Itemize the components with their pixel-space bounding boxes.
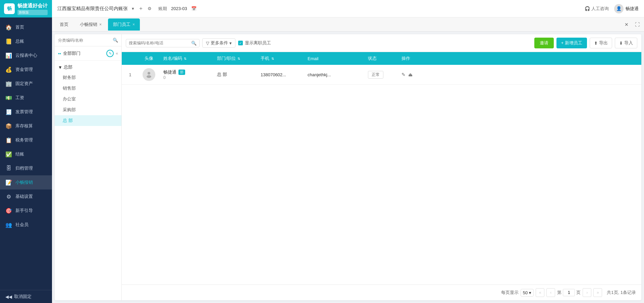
sidebar-item-archive[interactable]: 🗄 归档管理 — [0, 161, 52, 175]
ledger-icon: 📒 — [5, 38, 12, 45]
avatar: 👤 — [614, 4, 624, 13]
search-icon[interactable]: 🔍 — [191, 41, 197, 46]
page-prev-button[interactable]: ‹ — [546, 288, 555, 297]
export-button[interactable]: ⬆ 导出 — [590, 38, 612, 48]
col-header-actions: 操作 — [397, 52, 641, 65]
settings-icon: ⚙ — [5, 193, 12, 200]
tab-employees[interactable]: 部门员工 × — [108, 18, 140, 31]
show-resigned-toggle[interactable]: ✓ 显示离职员工 — [238, 40, 271, 46]
page-size-label: 每页显示 — [501, 290, 519, 296]
employee-dept-badge: 部 — [178, 70, 185, 75]
dept-edit-button[interactable]: ✎ — [106, 50, 114, 57]
sidebar-item-inventory[interactable]: 📦 库存核算 — [0, 119, 52, 133]
sidebar-item-ledger[interactable]: 📒 总账 — [0, 34, 52, 48]
dept-item-general[interactable]: 总 部 — [55, 115, 121, 126]
cell-dept: 总 部 — [213, 65, 257, 85]
period-value: 2023-03 — [171, 6, 187, 11]
logout-employee-button[interactable]: ⏏ — [408, 72, 413, 77]
sidebar-item-settings[interactable]: ⚙ 基础设置 — [0, 189, 52, 204]
company-dropdown-icon[interactable]: ▾ — [132, 6, 134, 11]
tab-home[interactable]: 首页 — [55, 18, 73, 31]
tab-expense[interactable]: 小畅报销 × — [75, 18, 107, 31]
dept-all-header: ▪▪ 全部部门 ✎ « — [55, 46, 121, 61]
sidebar-item-checkout[interactable]: ✅ 结账 — [0, 147, 52, 161]
page-size-select[interactable]: 50 ▾ — [521, 289, 534, 297]
page-next-button[interactable]: › — [583, 288, 591, 297]
cell-num: 1 — [122, 65, 139, 85]
reports-icon: 📊 — [5, 52, 12, 59]
dept-collapse-icon[interactable]: « — [116, 51, 118, 56]
dept-group-general[interactable]: ▼ 总部 — [55, 62, 121, 72]
dept-tree: ▼ 总部 财务部 销售部 办公室 采购部 总 部 — [55, 61, 121, 300]
filter-icon: ▽ — [206, 41, 209, 46]
employee-search-box: 🔍 — [126, 39, 200, 47]
app-logo-text: 畅捷通好会计 — [17, 3, 48, 9]
sidebar-item-guide[interactable]: 🎯 新手引导 — [0, 204, 52, 218]
sidebar-item-community[interactable]: 👥 社会员 — [0, 218, 52, 232]
cell-name: 畅捷通 部 0 — [159, 65, 213, 85]
sidebar-item-reports[interactable]: 📊 云报表中心 — [0, 48, 52, 62]
dept-search-box: 🔍 — [55, 34, 121, 46]
tab-employees-close[interactable]: × — [132, 22, 135, 27]
add-employee-button[interactable]: + 新增员工 — [556, 38, 587, 48]
col-header-avatar: 头像 — [139, 52, 159, 65]
dept-search-icon[interactable]: 🔍 — [113, 38, 118, 43]
add-company-icon[interactable]: ＋ — [138, 5, 144, 12]
col-header-status: 状态 — [364, 52, 397, 65]
dept-item-finance[interactable]: 财务部 — [55, 72, 121, 83]
sidebar-item-expense[interactable]: 📝 小畅报销 — [0, 175, 52, 189]
edit-employee-button[interactable]: ✎ — [401, 72, 406, 77]
col-header-name[interactable]: 姓名/编码 ⇅ — [159, 52, 213, 65]
page-label-pre: 第 — [557, 290, 561, 296]
employee-search-input[interactable] — [129, 41, 189, 45]
cell-avatar — [139, 65, 159, 85]
cell-actions: ✎ ⏏ — [397, 65, 641, 85]
toolbar-right-buttons: 邀请 + 新增员工 ⬆ 导出 ⬇ 导入 — [534, 38, 637, 48]
page-content: 🔍 ▪▪ 全部部门 ✎ « ▼ 总部 财务部 销售部 办公室 采购部 总 部 — [55, 34, 641, 300]
support-button[interactable]: 🎧 人工咨询 — [585, 6, 609, 12]
tab-expand-button[interactable]: ⛶ — [633, 20, 641, 29]
import-button[interactable]: ⬇ 导入 — [615, 38, 637, 48]
dept-item-office[interactable]: 办公室 — [55, 94, 121, 104]
dept-search-input[interactable] — [58, 38, 111, 43]
invite-button[interactable]: 邀请 — [534, 38, 554, 48]
page-first-button[interactable]: « — [536, 288, 544, 297]
export-icon: ⬆ — [594, 41, 598, 46]
employee-table: 头像 姓名/编码 ⇅ 部门/职位 ⇅ 手机 ⇅ — [122, 52, 641, 285]
dept-item-purchase[interactable]: 采购部 — [55, 104, 121, 115]
sidebar-item-assets[interactable]: 🏢 固定资产 — [0, 77, 52, 91]
col-header-phone[interactable]: 手机 ⇅ — [257, 52, 304, 65]
dept-sort-icon: ⇅ — [237, 57, 240, 60]
page-number-input[interactable] — [563, 289, 575, 296]
topbar-settings-icon[interactable]: ⚙ — [148, 6, 152, 11]
tab-close-all-button[interactable]: ✕ — [623, 20, 631, 29]
svg-point-0 — [148, 72, 150, 75]
user-menu[interactable]: 👤 畅捷通 — [614, 4, 639, 13]
employee-code: 0 — [163, 75, 209, 80]
left-panel: 🔍 ▪▪ 全部部门 ✎ « ▼ 总部 财务部 销售部 办公室 采购部 总 部 — [55, 34, 122, 300]
sidebar-unpin-button[interactable]: ◀◀ 取消固定 — [0, 290, 52, 303]
tax-icon: 📋 — [5, 137, 12, 143]
col-header-dept[interactable]: 部门/职位 ⇅ — [213, 52, 257, 65]
sidebar-item-invoice[interactable]: 🧾 发票管理 — [0, 105, 52, 119]
assets-icon: 🏢 — [5, 80, 12, 87]
community-icon: 👥 — [5, 221, 12, 228]
sidebar-nav: 🏠 首页 📒 总账 📊 云报表中心 💰 资金管理 🏢 固定资产 💵 工资 🧾 发… — [0, 17, 52, 290]
more-filter-button[interactable]: ▽ 更多条件 ▾ — [202, 38, 235, 48]
dept-item-sales[interactable]: 销售部 — [55, 83, 121, 94]
page-label-post: 页 — [576, 290, 581, 296]
sidebar-item-funds[interactable]: 💰 资金管理 — [0, 62, 52, 77]
calendar-icon[interactable]: 📅 — [191, 6, 197, 11]
sidebar-item-home[interactable]: 🏠 首页 — [0, 20, 52, 34]
sidebar-item-salary[interactable]: 💵 工资 — [0, 91, 52, 105]
import-icon: ⬇ — [619, 41, 623, 46]
show-resigned-checkbox[interactable]: ✓ — [238, 41, 243, 45]
tab-expense-close[interactable]: × — [99, 22, 102, 27]
name-sort-icon: ⇅ — [184, 57, 186, 60]
right-toolbar: 🔍 ▽ 更多条件 ▾ ✓ 显示离职员工 邀请 + 新增员工 ⬆ 导出 — [122, 34, 641, 52]
dept-group-arrow: ▼ — [58, 65, 62, 70]
page-last-button[interactable]: » — [593, 288, 602, 297]
dept-grid-icon: ▪▪ — [58, 51, 61, 56]
sidebar-item-tax[interactable]: 📋 税务管理 — [0, 133, 52, 147]
topbar: 江西服宝精品有限责任公司内账张 ▾ ＋ ⚙ 账期 2023-03 📅 🎧 人工咨… — [52, 0, 644, 17]
